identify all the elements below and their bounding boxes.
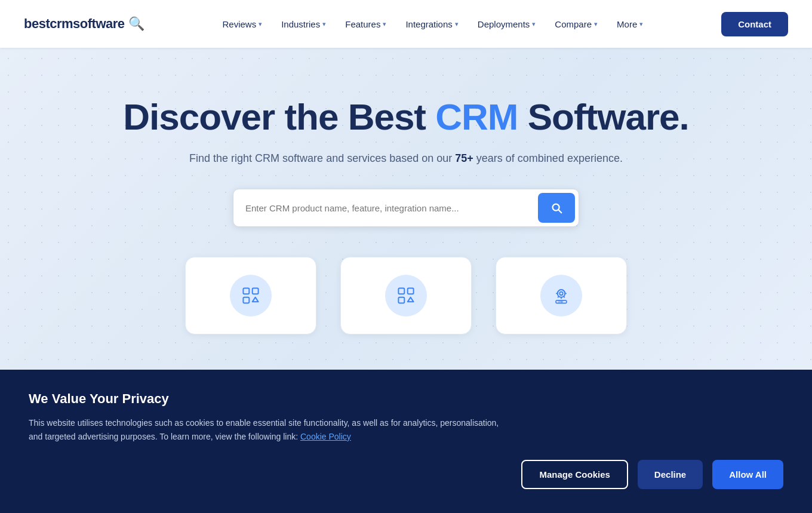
svg-marker-3 <box>253 297 259 302</box>
chevron-down-icon: ▾ <box>532 20 536 28</box>
card-crm-settings[interactable]: CRM <box>496 257 627 334</box>
cookie-title: We Value Your Privacy <box>29 391 783 407</box>
brand-search-icon: 🔍 <box>128 16 144 32</box>
svg-rect-5 <box>408 288 414 294</box>
svg-rect-6 <box>398 297 404 303</box>
feature-cards: CRM <box>12 257 800 334</box>
features-icon <box>395 285 417 306</box>
contact-button[interactable]: Contact <box>721 12 788 36</box>
nav-links: Reviews ▾ Industries ▾ Features ▾ Integr… <box>214 14 651 34</box>
nav-item-features[interactable]: Features ▾ <box>337 14 395 34</box>
features-icon-wrap <box>385 275 427 317</box>
integrations-icon-wrap <box>230 275 272 317</box>
nav-item-compare[interactable]: Compare ▾ <box>546 14 606 34</box>
search-icon <box>550 201 563 214</box>
search-input[interactable] <box>233 189 534 226</box>
cookie-policy-link[interactable]: Cookie Policy <box>300 432 351 441</box>
chevron-down-icon: ▾ <box>383 20 386 28</box>
card-integrations[interactable] <box>185 257 316 334</box>
nav-item-more[interactable]: More ▾ <box>608 14 651 34</box>
search-bar <box>233 189 579 227</box>
nav-item-reviews[interactable]: Reviews ▾ <box>214 14 270 34</box>
svg-rect-4 <box>398 288 404 294</box>
cookie-buttons: Manage Cookies Decline Allow All <box>29 460 783 489</box>
decline-button[interactable]: Decline <box>638 460 703 489</box>
nav-item-deployments[interactable]: Deployments ▾ <box>469 14 545 34</box>
crm-settings-icon-wrap: CRM <box>540 275 582 317</box>
cookie-banner: We Value Your Privacy This website utili… <box>0 370 812 513</box>
hero-subtitle: Find the right CRM software and services… <box>12 152 800 165</box>
nav-item-industries[interactable]: Industries ▾ <box>273 14 334 34</box>
crm-settings-icon: CRM <box>550 285 572 306</box>
svg-rect-0 <box>243 288 249 294</box>
svg-marker-7 <box>408 297 414 302</box>
allow-all-button[interactable]: Allow All <box>712 460 783 489</box>
brand-logo[interactable]: bestcrmsoftware 🔍 <box>24 16 144 32</box>
nav-item-integrations[interactable]: Integrations ▾ <box>397 14 466 34</box>
search-button[interactable] <box>538 193 575 223</box>
hero-title: Discover the Best CRM Software. <box>12 96 800 138</box>
hero-section: Discover the Best CRM Software. Find the… <box>0 48 812 358</box>
chevron-down-icon: ▾ <box>322 20 326 28</box>
chevron-down-icon: ▾ <box>639 20 643 28</box>
svg-rect-2 <box>253 288 259 294</box>
card-features[interactable] <box>340 257 472 334</box>
svg-rect-1 <box>243 297 249 303</box>
manage-cookies-button[interactable]: Manage Cookies <box>521 460 628 489</box>
brand-name: bestcrmsoftware <box>24 16 125 32</box>
chevron-down-icon: ▾ <box>259 20 262 28</box>
cookie-body: This website utilises technologies such … <box>29 416 506 443</box>
svg-text:CRM: CRM <box>558 301 563 303</box>
integrations-icon <box>240 285 262 306</box>
chevron-down-icon: ▾ <box>455 20 459 28</box>
navbar: bestcrmsoftware 🔍 Reviews ▾ Industries ▾… <box>0 0 812 48</box>
svg-point-9 <box>559 292 562 295</box>
chevron-down-icon: ▾ <box>594 20 598 28</box>
